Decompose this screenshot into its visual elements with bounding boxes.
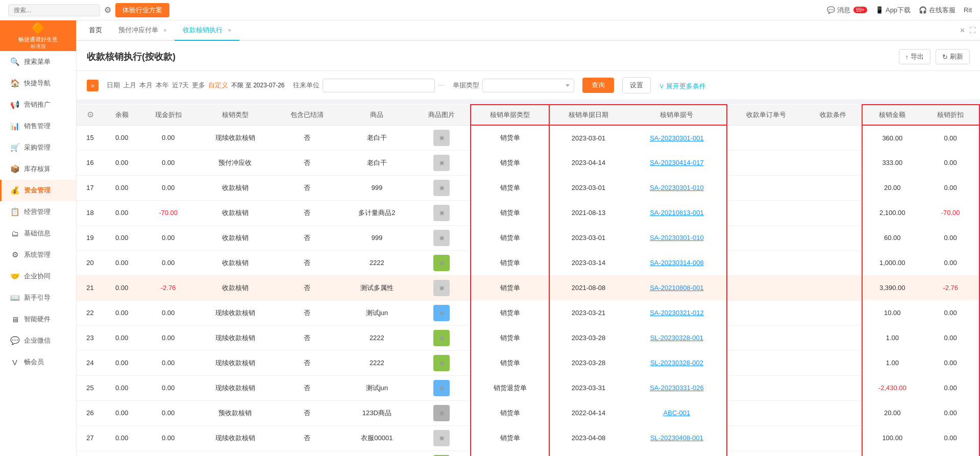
phone-icon: 📱	[875, 6, 884, 14]
settings-button[interactable]: 设置	[622, 77, 651, 93]
sidebar-item-finance[interactable]: 💰资金管理	[0, 180, 76, 201]
top-search-input[interactable]	[8, 4, 100, 16]
cell-cash-discount: 0.00	[140, 425, 197, 450]
cell-receipt-condition	[805, 200, 863, 225]
table-body: 150.000.00现续收款核销否老白干▣销货单2023-03-01SA-202…	[77, 125, 979, 456]
gear-icon[interactable]: ⚙	[104, 5, 111, 15]
sidebar-item-sales[interactable]: 📊销售管理	[0, 115, 76, 137]
cell-verify-bill-no[interactable]: SA-20230301-001	[627, 125, 727, 150]
cell-receipt-order	[727, 150, 805, 175]
export-button[interactable]: ↑ 导出	[899, 49, 931, 64]
goods-image: ▣	[433, 280, 450, 296]
cell-include-settled: 否	[274, 225, 340, 250]
message-icon-item[interactable]: 💬 消息 99+	[827, 6, 867, 15]
refresh-button[interactable]: ↻ 刷新	[936, 49, 970, 64]
message-badge: 99+	[853, 7, 867, 13]
cell-verify-bill-no[interactable]: SA-20230414-017	[627, 150, 727, 175]
tab-close-receipt[interactable]: ×	[228, 27, 231, 33]
cell-verify-bill-no[interactable]: SA-20210813-001	[627, 200, 727, 225]
sidebar-item-search[interactable]: 🔍搜索菜单	[0, 51, 76, 73]
cell-verify-amount: -2,430.00	[862, 375, 922, 400]
sidebar-item-guide[interactable]: 📖新手引导	[0, 287, 76, 308]
sidebar-item-purchase[interactable]: 🛒采购管理	[0, 137, 76, 158]
cell-index: 21	[77, 275, 104, 300]
expand-more-btn[interactable]: ∨ 展开更多条件	[659, 79, 706, 92]
cell-goods-img: ▣	[413, 250, 471, 275]
user-item[interactable]: Rit	[964, 6, 972, 14]
tab-close-prepay[interactable]: ×	[163, 27, 166, 33]
cell-verify-bill-type: 销货单	[471, 225, 549, 250]
cell-verify-type: 现续收款核销	[197, 350, 274, 375]
date-option-7days[interactable]: 近7天	[172, 81, 189, 90]
sidebar-item-basic[interactable]: 🗂基础信息	[0, 223, 76, 244]
sidebar-item-member[interactable]: V畅会员	[0, 351, 76, 373]
app-download-item[interactable]: 📱 App下载	[875, 6, 911, 15]
filter-partner-input[interactable]	[323, 79, 435, 92]
maximize-icon[interactable]: ⛶	[969, 27, 976, 34]
date-option-this-year[interactable]: 本年	[156, 81, 169, 90]
sidebar-item-system[interactable]: ⚙系统管理	[0, 244, 76, 266]
cell-index: 28	[77, 450, 104, 456]
cell-goods: 2222	[340, 250, 413, 275]
cell-verify-bill-no[interactable]: SA-20230321-012	[627, 300, 727, 325]
date-option-custom[interactable]: 自定义	[208, 81, 228, 90]
cell-verify-bill-no[interactable]: SL-20230328-002	[627, 350, 727, 375]
cell-cash-discount: 0.00	[140, 150, 197, 175]
cell-verify-bill-type: 销货退货单	[471, 375, 549, 400]
cell-cash-discount: 0.00	[140, 175, 197, 200]
date-option-more[interactable]: 更多	[192, 81, 205, 90]
tab-prepay[interactable]: 预付冲应付单×	[110, 20, 175, 41]
table-row: 160.000.00预付冲应收否老白干▣销货单2023-04-14SA-2023…	[77, 150, 979, 175]
cell-verify-bill-no[interactable]: SL-20230408-001	[627, 425, 727, 450]
cell-verify-bill-date: 2023-03-21	[549, 300, 627, 325]
sidebar-item-hardware[interactable]: 🖥智能硬件	[0, 308, 76, 330]
sidebar-item-operation[interactable]: 📋经营管理	[0, 201, 76, 223]
sidebar-item-quick[interactable]: 🏠快捷导航	[0, 73, 76, 94]
cell-verify-bill-no[interactable]: SL-20230418-001	[627, 450, 727, 456]
cell-receipt-order	[727, 350, 805, 375]
tab-receipt[interactable]: 收款核销执行×	[175, 20, 239, 41]
cell-verify-discount: 0.00	[922, 425, 979, 450]
main-area: 首页预付冲应付单×收款核销执行× ✕ ⛶ 收款核销执行(按收款) ↑ 导出 ↻ …	[77, 20, 980, 456]
cell-verify-bill-no[interactable]: ABC-001	[627, 400, 727, 425]
cell-goods-img: ▣	[413, 225, 471, 250]
table-container[interactable]: ⚙ 余额 现金折扣 核销类型 包含已结清 商品 商品图片 核销单据类型 核销单据…	[77, 104, 980, 456]
tab-home[interactable]: 首页	[81, 20, 110, 41]
industry-btn[interactable]: 体验行业方案	[115, 3, 169, 17]
sidebar-item-wechat[interactable]: 💬企业微信	[0, 330, 76, 351]
cell-cash-discount: 0.00	[140, 375, 197, 400]
cell-include-settled: 否	[274, 200, 340, 225]
finance-icon: 💰	[10, 186, 20, 195]
tab-bar-actions: ✕ ⛶	[960, 27, 976, 34]
filter-type-select[interactable]	[482, 79, 574, 92]
sidebar-item-corp[interactable]: 🤝企业协同	[0, 266, 76, 287]
cell-cash-discount: 0.00	[140, 400, 197, 425]
cell-verify-bill-no[interactable]: SA-20230331-026	[627, 375, 727, 400]
cell-include-settled: 否	[274, 125, 340, 150]
tab-label-home: 首页	[89, 26, 102, 35]
sidebar-item-inventory[interactable]: 📦库存核算	[0, 158, 76, 180]
table-settings-icon[interactable]: ⚙	[87, 110, 94, 119]
sidebar-item-label-wechat: 企业微信	[24, 336, 51, 345]
cell-verify-bill-no[interactable]: SA-20230301-010	[627, 175, 727, 200]
cell-verify-bill-no[interactable]: SA-20230314-008	[627, 250, 727, 275]
close-window-icon[interactable]: ✕	[960, 27, 965, 34]
filter-expand-btn[interactable]: »	[87, 80, 99, 91]
col-settings[interactable]: ⚙	[77, 105, 104, 125]
cell-cash-discount: 0.00	[140, 450, 197, 456]
date-option-last-month[interactable]: 上月	[123, 81, 136, 90]
cell-verify-bill-no[interactable]: SL-20230328-001	[627, 325, 727, 350]
col-verify-bill-type-header: 核销单据类型	[471, 105, 549, 125]
cell-goods: 2222	[340, 450, 413, 456]
date-option-this-month[interactable]: 本月	[139, 81, 153, 90]
cell-goods-img: ▣	[413, 450, 471, 456]
cell-verify-bill-no[interactable]: SA-20230301-010	[627, 225, 727, 250]
cell-verify-bill-no[interactable]: SA-20210808-001	[627, 275, 727, 300]
online-service-item[interactable]: 🎧 在线客服	[919, 6, 955, 15]
sidebar-item-marketing[interactable]: 📢营销推广	[0, 94, 76, 115]
tab-label-prepay: 预付冲应付单	[118, 26, 158, 35]
cell-receipt-condition	[805, 300, 863, 325]
cell-include-settled: 否	[274, 425, 340, 450]
query-button[interactable]: 查询	[582, 78, 614, 93]
sidebar-items: 🔍搜索菜单🏠快捷导航📢营销推广📊销售管理🛒采购管理📦库存核算💰资金管理📋经营管理…	[0, 51, 76, 373]
